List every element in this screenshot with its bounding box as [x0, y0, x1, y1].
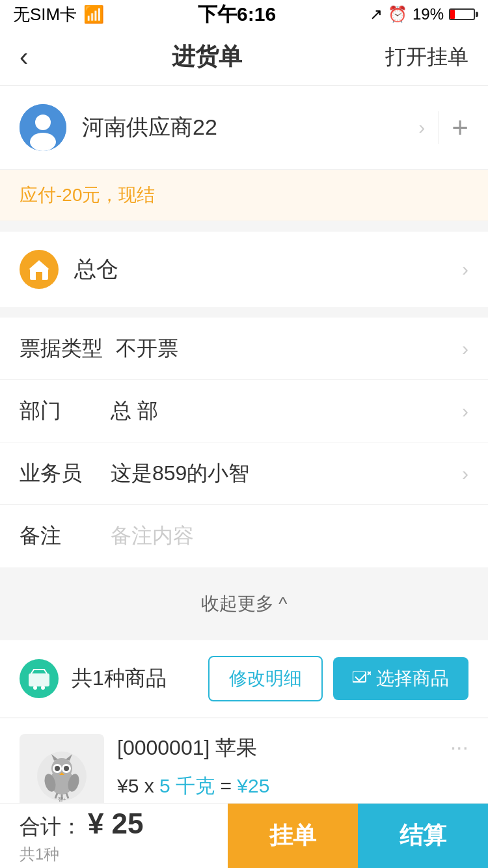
price-multiply: x	[144, 775, 159, 796]
avatar-svg	[20, 104, 66, 151]
warehouse-section[interactable]: 总仓 ›	[0, 232, 488, 307]
svg-rect-5	[36, 272, 42, 280]
invoice-label: 票据类型	[20, 334, 103, 363]
svg-rect-6	[29, 673, 49, 686]
supplier-section: 河南供应商22 › + 应付-20元，现结	[0, 86, 488, 221]
product-icon	[20, 659, 59, 698]
svg-point-1	[35, 115, 51, 130]
supplier-name: 河南供应商22	[82, 113, 418, 142]
product-header: 共1种商品 修改明细 选择商品	[0, 640, 488, 717]
invoice-row[interactable]: 票据类型 不开票 ›	[0, 318, 488, 380]
product-owl-logo: 智+	[36, 750, 88, 802]
select-product-label: 选择商品	[376, 666, 449, 691]
product-count: 共1种商品	[72, 664, 208, 693]
balance-notice: 应付-20元，现结	[0, 170, 488, 221]
status-time: 下午6:16	[198, 1, 276, 28]
footer-total: 合计： ¥ 25 共1种	[0, 807, 228, 865]
warehouse-name: 总仓	[74, 254, 462, 284]
form-section: 票据类型 不开票 › 部门 总 部 › 业务员 这是859的小智 › 备注 备注…	[0, 318, 488, 567]
battery-percentage: 19%	[413, 5, 444, 23]
warehouse-row[interactable]: 总仓 ›	[0, 232, 488, 307]
product-title: 苹果	[215, 736, 257, 759]
remark-label: 备注	[20, 522, 98, 550]
remark-input[interactable]: 备注内容	[111, 522, 468, 550]
alarm-icon: ⏰	[388, 5, 407, 23]
product-name: [0000001] 苹果	[117, 734, 437, 763]
warehouse-icon	[20, 250, 59, 289]
supplier-chevron-icon: ›	[418, 116, 425, 139]
staff-label: 业务员	[20, 459, 98, 488]
page-title: 进货单	[172, 41, 242, 73]
carrier-text: 无SIM卡	[13, 3, 77, 26]
wifi-icon: 📶	[83, 5, 104, 25]
product-id: [0000001]	[117, 736, 210, 759]
invoice-chevron-icon: ›	[462, 338, 468, 360]
staff-value: 这是859的小智	[111, 459, 462, 488]
svg-point-7	[33, 686, 37, 690]
footer: 合计： ¥ 25 共1种 挂单 结算	[0, 803, 488, 868]
battery-icon	[449, 8, 475, 20]
supplier-row[interactable]: 河南供应商22 › +	[0, 86, 488, 170]
product-price: ¥5 x 5 千克 = ¥25	[117, 773, 437, 800]
total-count: 共1种	[20, 844, 208, 865]
svg-point-2	[30, 133, 56, 151]
status-left: 无SIM卡 📶	[13, 3, 104, 26]
supplier-avatar	[20, 104, 66, 151]
equals-sign: =	[220, 775, 237, 796]
warehouse-svg	[27, 258, 51, 281]
dept-label: 部门	[20, 397, 98, 426]
svg-point-20	[64, 766, 69, 771]
collapse-button[interactable]: 收起更多 ^	[0, 578, 488, 630]
staff-chevron-icon: ›	[462, 463, 468, 485]
svg-point-19	[55, 766, 60, 771]
checkout-button[interactable]: 结算	[358, 804, 488, 869]
unit-value: 千克	[176, 775, 215, 796]
price-value: ¥5	[117, 775, 139, 796]
open-hang-button[interactable]: 打开挂单	[385, 43, 468, 72]
remark-row[interactable]: 备注 备注内容	[0, 505, 488, 567]
total-line: 合计： ¥ 25	[20, 807, 208, 841]
back-button[interactable]: ‹	[20, 42, 28, 72]
invoice-value: 不开票	[116, 334, 462, 363]
select-product-icon	[353, 671, 371, 686]
select-product-button[interactable]: 选择商品	[333, 657, 468, 700]
total-amount: ¥ 25	[88, 807, 144, 839]
total-value: ¥25	[237, 775, 269, 796]
quantity-value: 5	[159, 775, 170, 796]
warehouse-chevron-icon: ›	[462, 258, 468, 280]
svg-text:智+: 智+	[58, 796, 66, 802]
content: 河南供应商22 › + 应付-20元，现结 总仓 › 票据类型 不开票 ›	[0, 86, 488, 868]
add-supplier-button[interactable]: +	[452, 111, 468, 144]
divider	[438, 111, 439, 144]
staff-row[interactable]: 业务员 这是859的小智 ›	[0, 442, 488, 505]
header: ‹ 进货单 打开挂单	[0, 29, 488, 86]
dept-chevron-icon: ›	[462, 400, 468, 422]
svg-point-8	[41, 686, 45, 690]
product-info: [0000001] 苹果 ¥5 x 5 千克 = ¥25	[117, 734, 437, 800]
edit-detail-button[interactable]: 修改明细	[208, 656, 323, 701]
total-label: 合计：	[20, 815, 82, 838]
product-more-button[interactable]: ···	[450, 734, 468, 759]
status-right: ↗ ⏰ 19%	[370, 5, 475, 23]
collapse-label: 收起更多 ^	[201, 591, 288, 616]
location-icon: ↗	[370, 5, 383, 23]
svg-marker-4	[29, 260, 49, 269]
dept-value: 总 部	[111, 397, 462, 426]
hang-button[interactable]: 挂单	[228, 804, 358, 869]
status-bar: 无SIM卡 📶 下午6:16 ↗ ⏰ 19%	[0, 0, 488, 29]
dept-row[interactable]: 部门 总 部 ›	[0, 380, 488, 442]
cart-svg	[27, 667, 51, 690]
